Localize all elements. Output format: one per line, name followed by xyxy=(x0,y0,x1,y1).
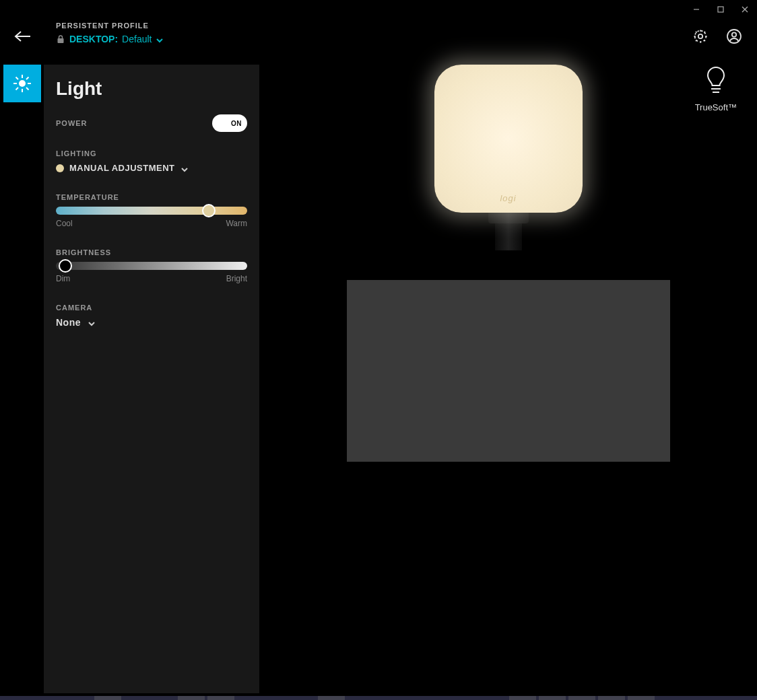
power-row: POWER ON xyxy=(56,114,247,132)
sun-icon xyxy=(12,73,32,94)
brightness-range-labels: Dim Bright xyxy=(56,274,247,283)
lamp-brand-label: logi xyxy=(500,193,516,203)
taskbar xyxy=(0,696,757,700)
temperature-slider[interactable] xyxy=(56,207,247,215)
profile-desktop-label: DESKTOP: xyxy=(69,34,118,44)
gear-icon xyxy=(692,28,709,44)
svg-line-16 xyxy=(26,88,29,90)
settings-button[interactable] xyxy=(691,27,710,46)
taskbar-item[interactable] xyxy=(539,696,566,700)
lamp-mount-top xyxy=(488,213,529,223)
profile-name: Default xyxy=(122,34,152,44)
camera-selector[interactable]: None xyxy=(56,317,247,328)
light-panel: Light POWER ON LIGHTING MANUAL ADJUSTMEN… xyxy=(44,65,259,693)
header-icons xyxy=(691,27,744,46)
taskbar-item[interactable] xyxy=(568,696,595,700)
side-tab-bar xyxy=(3,65,41,102)
svg-line-15 xyxy=(16,77,19,80)
avatar-icon xyxy=(726,28,742,44)
truesoft-label: TrueSoft™ xyxy=(695,102,737,112)
truesoft-badge: TrueSoft™ xyxy=(695,65,737,112)
brightness-block: BRIGHTNESS Dim Bright xyxy=(56,248,247,283)
bulb-icon xyxy=(702,65,729,96)
lock-icon xyxy=(56,34,65,44)
camera-label: CAMERA xyxy=(56,304,247,312)
brightness-label: BRIGHTNESS xyxy=(56,248,247,256)
brightness-min-label: Dim xyxy=(56,274,70,283)
power-label: POWER xyxy=(56,119,88,127)
brightness-slider-handle[interactable] xyxy=(59,259,72,273)
temperature-block: TEMPERATURE Cool Warm xyxy=(56,193,247,228)
camera-preview-pane xyxy=(347,280,670,462)
taskbar-item[interactable] xyxy=(598,696,625,700)
temperature-range-labels: Cool Warm xyxy=(56,219,247,228)
svg-line-18 xyxy=(16,88,19,90)
taskbar-item[interactable] xyxy=(509,696,536,700)
tab-light[interactable] xyxy=(3,65,41,102)
minimize-button[interactable] xyxy=(684,0,709,19)
svg-rect-5 xyxy=(58,38,64,43)
taskbar-item[interactable] xyxy=(94,696,121,700)
taskbar-item[interactable] xyxy=(628,696,655,700)
back-button[interactable] xyxy=(13,27,32,46)
taskbar-item[interactable] xyxy=(318,696,345,700)
panel-title: Light xyxy=(56,78,247,100)
svg-line-17 xyxy=(26,77,29,80)
camera-block: CAMERA None xyxy=(56,304,247,328)
profile-selector[interactable]: DESKTOP: Default xyxy=(56,34,691,44)
camera-value: None xyxy=(56,317,81,328)
maximize-button[interactable] xyxy=(709,0,733,19)
temperature-min-label: Cool xyxy=(56,219,73,228)
lighting-label: LIGHTING xyxy=(56,149,247,158)
device-image: logi xyxy=(428,65,589,253)
lighting-color-swatch xyxy=(56,164,64,172)
temperature-slider-handle[interactable] xyxy=(202,204,216,217)
account-button[interactable] xyxy=(725,27,744,46)
svg-point-9 xyxy=(732,32,736,36)
chevron-down-icon xyxy=(88,318,96,326)
chevron-down-icon xyxy=(156,35,164,43)
brightness-max-label: Bright xyxy=(226,274,247,283)
preview-area: TrueSoft™ logi xyxy=(259,65,757,693)
svg-point-10 xyxy=(19,80,26,87)
power-toggle-label: ON xyxy=(231,120,242,127)
chevron-down-icon xyxy=(180,164,189,172)
profile-block: PERSISTENT PROFILE DESKTOP: Default xyxy=(56,22,691,44)
lighting-mode-selector[interactable]: MANUAL ADJUSTMENT xyxy=(56,163,247,173)
svg-point-6 xyxy=(698,34,702,38)
header: PERSISTENT PROFILE DESKTOP: Default xyxy=(13,20,744,46)
lighting-mode-text: MANUAL ADJUSTMENT xyxy=(69,163,175,173)
svg-rect-1 xyxy=(718,7,723,12)
lamp-face: logi xyxy=(434,65,583,213)
temperature-label: TEMPERATURE xyxy=(56,193,247,201)
taskbar-item[interactable] xyxy=(207,696,234,700)
brightness-slider[interactable] xyxy=(56,262,247,270)
persistent-profile-label: PERSISTENT PROFILE xyxy=(56,22,691,30)
temperature-max-label: Warm xyxy=(226,219,247,228)
taskbar-item[interactable] xyxy=(178,696,205,700)
window-controls xyxy=(684,0,757,19)
power-toggle[interactable]: ON xyxy=(212,114,247,132)
lamp-mount-stem xyxy=(495,223,522,250)
close-button[interactable] xyxy=(733,0,757,19)
